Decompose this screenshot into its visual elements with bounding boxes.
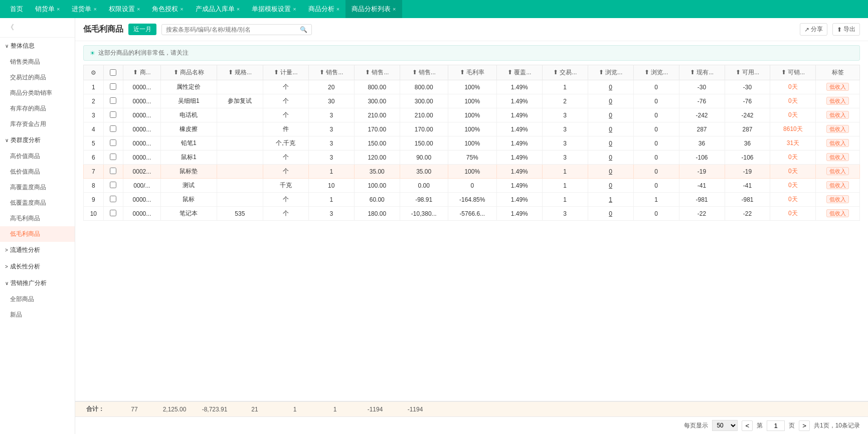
page-size-select[interactable]: 50 100 200 [712,420,738,431]
th-sales-qty[interactable]: ⬆ 销售... [308,65,354,80]
cell-available-stock: 36 [725,136,770,151]
th-checkbox[interactable] [103,65,123,80]
view1-link[interactable]: 0 [609,84,612,91]
search-input[interactable] [166,26,298,33]
sidebar-group-营销推广分析[interactable]: ∨营销推广分析 [0,275,75,292]
cell-checkbox[interactable] [103,207,123,221]
sidebar-item-交易过的商品[interactable]: 交易过的商品 [0,70,75,85]
export-button[interactable]: ⬆ 导出 [832,23,860,36]
sidebar-item-低毛利商品[interactable]: 低毛利商品 [0,226,75,242]
nav-close-icon[interactable]: × [57,6,60,12]
group-arrow-icon: > [5,247,8,253]
th-sales-profit[interactable]: ⬆ 销售... [400,65,448,80]
table-footer: 合计： 77 2,125.00 -8,723.91 21 1 1 -1194 -… [75,401,868,416]
cell-checkbox[interactable] [103,80,123,94]
nav-item-销货单[interactable]: 销货单× [29,0,66,18]
cell-coverage: 1.49% [496,193,542,207]
th-settings[interactable]: ⚙ [84,65,104,80]
group-label: 成长性分析 [10,262,40,271]
th-view2[interactable]: ⬆ 浏览... [633,65,679,80]
view1-link[interactable]: 0 [609,126,612,133]
sidebar-group-流通性分析[interactable]: >流通性分析 [0,242,75,258]
cell-code: 0000... [123,136,160,151]
sidebar-item-高覆盖度商品[interactable]: 高覆盖度商品 [0,180,75,195]
group-label: 类群度分析 [11,136,41,144]
nav-close-icon[interactable]: × [293,6,296,12]
nav-close-icon[interactable]: × [336,6,339,12]
page-number-input[interactable] [767,420,785,431]
view1-link[interactable]: 0 [609,154,612,161]
view1-link[interactable]: 0 [609,140,612,147]
group-label: 流通性分析 [10,246,40,254]
select-all-checkbox[interactable] [110,69,116,76]
cell-sales-profit: 90.00 [400,151,448,165]
sidebar-group-类群度分析[interactable]: ∨类群度分析 [0,132,75,149]
next-page-button[interactable]: > [799,420,810,431]
th-name[interactable]: ⬆ 商品名称 [160,65,217,80]
cell-checkbox[interactable] [103,108,123,122]
sidebar-item-高价值商品[interactable]: 高价值商品 [0,149,75,164]
sidebar-group-整体信息[interactable]: ∨整体信息 [0,38,75,54]
share-button[interactable]: ↗ 分享 [800,23,827,36]
sidebar-item-低价值商品[interactable]: 低价值商品 [0,164,75,180]
collapse-sidebar-btn[interactable]: 《 [5,21,16,34]
footer-available-stock: -1194 [395,406,435,413]
cell-code: 0000... [123,193,160,207]
nav-close-icon[interactable]: × [180,6,183,12]
th-available-stock[interactable]: ⬆ 可用... [725,65,770,80]
nav-item-商品分析[interactable]: 商品分析× [302,0,345,18]
view1-link[interactable]: 0 [609,182,612,189]
th-current-stock[interactable]: ⬆ 现有... [679,65,725,80]
th-spec[interactable]: ⬆ 规格... [217,65,263,80]
th-coverage[interactable]: ⬆ 覆盖... [496,65,542,80]
view1-link[interactable]: 0 [609,112,612,119]
sidebar-item-销售类商品[interactable]: 销售类商品 [0,54,75,70]
cell-sales-qty: 20 [308,80,354,94]
view1-link[interactable]: 0 [609,210,612,217]
sidebar-group-成长性分析[interactable]: >成长性分析 [0,258,75,275]
nav-item-产成品入库单[interactable]: 产成品入库单× [190,0,246,18]
table-row: 90000...鼠标个160.00-98.91-164.85%1.49%111-… [84,193,860,207]
th-sales-amount[interactable]: ⬆ 销售... [354,65,400,80]
view1-link[interactable]: 0 [609,98,612,105]
nav-close-icon[interactable]: × [93,6,96,12]
th-code[interactable]: ⬆ 商... [123,65,160,80]
cell-sales-profit: 800.00 [400,80,448,94]
cell-checkbox[interactable] [103,136,123,151]
cell-checkbox[interactable] [103,94,123,108]
nav-close-icon[interactable]: × [237,6,240,12]
cell-checkbox[interactable] [103,165,123,179]
cell-checkbox[interactable] [103,193,123,207]
prev-page-button[interactable]: < [742,420,753,431]
th-view1[interactable]: ⬆ 浏览... [588,65,633,80]
sidebar-item-新品[interactable]: 新品 [0,307,75,323]
cell-spec: 535 [217,207,263,221]
th-tag[interactable]: 标签 [816,65,860,80]
nav-item-首页[interactable]: 首页 [4,0,29,18]
th-trade[interactable]: ⬆ 交易... [542,65,588,80]
sidebar-item-高毛利商品[interactable]: 高毛利商品 [0,211,75,226]
sidebar-item-有库存的商品[interactable]: 有库存的商品 [0,101,75,116]
cell-coverage: 1.49% [496,207,542,221]
sidebar-item-低覆盖度商品[interactable]: 低覆盖度商品 [0,195,75,211]
th-gross-margin[interactable]: ⬆ 毛利率 [448,65,496,80]
cell-checkbox[interactable] [103,151,123,165]
nav-item-角色授权[interactable]: 角色授权× [146,0,189,18]
view1-link[interactable]: 0 [609,168,612,175]
view1-link[interactable]: 1 [609,196,612,203]
sidebar-item-商品分类助销率[interactable]: 商品分类助销率 [0,85,75,101]
nav-close-icon[interactable]: × [393,6,396,12]
th-unit[interactable]: ⬆ 计量... [263,65,308,80]
filter-time-button[interactable]: 近一月 [128,24,156,35]
sidebar-item-全部商品[interactable]: 全部商品 [0,292,75,307]
search-icon[interactable]: 🔍 [300,26,307,33]
sidebar-item-库存资金占用[interactable]: 库存资金占用 [0,116,75,132]
nav-item-权限设置[interactable]: 权限设置× [103,0,146,18]
nav-item-商品分析列表[interactable]: 商品分析列表× [345,0,402,18]
nav-close-icon[interactable]: × [137,6,140,12]
cell-checkbox[interactable] [103,122,123,136]
cell-checkbox[interactable] [103,179,123,193]
th-saleable-days[interactable]: ⬆ 可销... [770,65,816,80]
nav-item-单据模板设置[interactable]: 单据模板设置× [246,0,302,18]
nav-item-进货单[interactable]: 进货单× [66,0,102,18]
